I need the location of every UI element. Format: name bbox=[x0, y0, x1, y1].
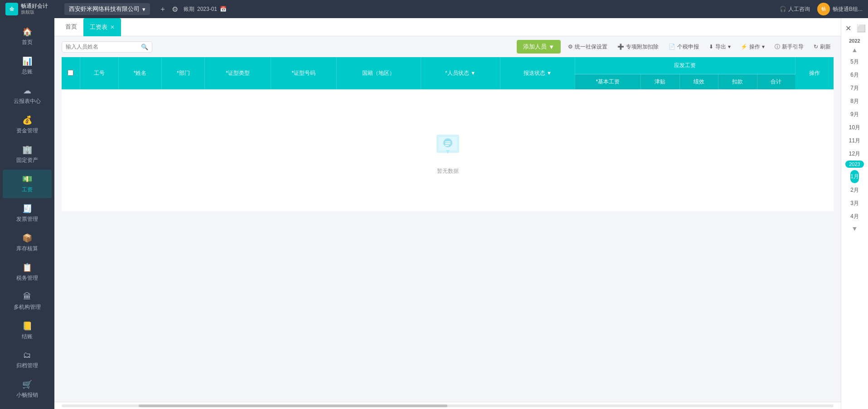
period-label-text: 账期 bbox=[184, 5, 194, 13]
sidebar-item-inventory[interactable]: 📦 库存核算 bbox=[3, 229, 52, 257]
header-actions: ＋ ⚙ 账期 2023-01 📅 bbox=[159, 5, 780, 14]
sidebar-item-assets[interactable]: 🏢 固定资产 bbox=[3, 140, 52, 169]
add-button[interactable]: ＋ bbox=[159, 5, 166, 14]
empty-state: 暂无数据 bbox=[62, 89, 834, 211]
month-oct-2022[interactable]: 10月 bbox=[841, 121, 868, 134]
operations-btn[interactable]: ⚡ 操作 ▾ bbox=[738, 41, 767, 53]
multi-org-icon: 🏛 bbox=[23, 292, 31, 302]
sidebar-item-label: 库存核算 bbox=[16, 245, 38, 253]
tab-bar: 首页 工资表 ✕ bbox=[54, 18, 841, 36]
special-deduction-btn[interactable]: ➕ 专项附加扣除 bbox=[615, 41, 661, 53]
select-all-checkbox[interactable] bbox=[68, 70, 73, 76]
company-name: 西安虾米网络科技有限公司 bbox=[69, 5, 140, 13]
scroll-up-icon[interactable]: ▲ bbox=[849, 44, 860, 55]
inventory-icon: 📦 bbox=[22, 233, 32, 243]
headset-icon: 🎧 bbox=[780, 6, 786, 12]
sidebar-item-invoice[interactable]: 🧾 发票管理 bbox=[3, 199, 52, 228]
sidebar-item-home[interactable]: 🏠 首页 bbox=[3, 22, 52, 51]
month-apr-2023[interactable]: 4月 bbox=[841, 210, 868, 223]
archive-icon: 🗂 bbox=[23, 351, 31, 360]
th-checkbox[interactable] bbox=[62, 57, 80, 89]
calendar-icon[interactable]: 📅 bbox=[220, 6, 227, 12]
sidebar-item-cloud-report[interactable]: ☁ 云报表中心 bbox=[3, 81, 52, 110]
month-jan-2023[interactable]: 1月 bbox=[850, 170, 859, 183]
month-may-2022[interactable]: 5月 bbox=[841, 55, 868, 68]
logo-area: 会 畅通好会计 旗舰版 bbox=[5, 3, 60, 15]
month-mar-2023[interactable]: 3月 bbox=[841, 197, 868, 210]
th-name: *姓名 bbox=[118, 57, 161, 89]
tab-salary[interactable]: 工资表 ✕ bbox=[83, 18, 121, 36]
export-btn[interactable]: ⬇ 导出 ▾ bbox=[706, 41, 733, 53]
sidebar: 🏠 首页 📊 总账 ☁ 云报表中心 💰 资金管理 🏢 固定资产 💵 工资 🧾 发… bbox=[0, 18, 54, 409]
sidebar-item-multi-org[interactable]: 🏛 多机构管理 bbox=[3, 287, 52, 316]
sidebar-item-label: 固定资产 bbox=[16, 156, 38, 164]
settings-icon-button[interactable]: ⚙ bbox=[172, 5, 178, 14]
toolbar: 🔍 添加人员 ▼ ⚙ 统一社保设置 ➕ 专项附加扣除 📄 个税申报 bbox=[54, 36, 841, 57]
report-filter-icon[interactable]: ▼ bbox=[547, 70, 552, 76]
scroll-down-icon[interactable]: ▼ bbox=[849, 223, 860, 234]
search-input[interactable] bbox=[66, 44, 141, 50]
year-2023-badge[interactable]: 2023 bbox=[845, 161, 863, 168]
scroll-thumb[interactable] bbox=[139, 404, 447, 407]
add-person-button[interactable]: 添加人员 ▼ bbox=[517, 40, 561, 54]
salary-icon: 💵 bbox=[22, 174, 32, 184]
invoice-icon: 🧾 bbox=[22, 204, 32, 214]
sidebar-item-label: 多机构管理 bbox=[14, 303, 41, 311]
assets-icon: 🏢 bbox=[22, 145, 32, 155]
scroll-bar bbox=[54, 402, 841, 409]
guide-circle-icon: ⓘ bbox=[775, 43, 780, 51]
status-filter-icon[interactable]: ▼ bbox=[470, 70, 475, 76]
sidebar-item-label: 工资 bbox=[22, 186, 33, 194]
right-date-panel: ✕ ⬜ 2022 ▲ 5月 6月 7月 8月 9月 10月 11月 12月 20… bbox=[841, 18, 868, 409]
social-security-btn[interactable]: ⚙ 统一社保设置 bbox=[565, 41, 610, 53]
th-id: 工号 bbox=[80, 57, 118, 89]
sidebar-item-ledger[interactable]: 📊 总账 bbox=[3, 52, 52, 80]
guide-btn[interactable]: ⓘ 新手引导 bbox=[772, 41, 806, 53]
search-icon: 🔍 bbox=[141, 44, 148, 50]
month-nov-2022[interactable]: 11月 bbox=[841, 134, 868, 147]
month-feb-2023[interactable]: 2月 bbox=[841, 184, 868, 197]
close-window-btn[interactable]: ✕ bbox=[844, 24, 853, 33]
sidebar-item-tax[interactable]: 📋 税务管理 bbox=[3, 258, 52, 287]
sidebar-item-label: 总账 bbox=[22, 68, 33, 76]
window-controls: ✕ ⬜ bbox=[841, 22, 868, 36]
th-status[interactable]: *人员状态 ▼ bbox=[421, 57, 500, 89]
sidebar-item-settings[interactable]: ⚙ 基础设置 bbox=[3, 404, 52, 409]
month-aug-2022[interactable]: 8月 bbox=[841, 95, 868, 108]
salary-table: 工号 *姓名 *部门 *证型类型 *证型号码 国籍（地区） *人员状态 ▼ 报送… bbox=[62, 57, 834, 211]
month-jun-2022[interactable]: 6月 bbox=[841, 68, 868, 82]
tab-home[interactable]: 首页 bbox=[59, 18, 83, 36]
table-wrap: 工号 *姓名 *部门 *证型类型 *证型号码 国籍（地区） *人员状态 ▼ 报送… bbox=[54, 57, 841, 402]
th-report[interactable]: 报送状态 ▼ bbox=[500, 57, 575, 89]
sidebar-item-close-accounts[interactable]: 📒 结账 bbox=[3, 316, 52, 345]
sidebar-item-funds[interactable]: 💰 资金管理 bbox=[3, 111, 52, 139]
maximize-window-btn[interactable]: ⬜ bbox=[857, 24, 866, 33]
month-dec-2022[interactable]: 12月 bbox=[841, 147, 868, 161]
header-right: 🎧 人工咨询 畅 畅捷通B组... bbox=[780, 3, 863, 15]
company-selector[interactable]: 西安虾米网络科技有限公司 ▾ bbox=[64, 3, 150, 15]
tab-close-icon[interactable]: ✕ bbox=[110, 24, 115, 30]
th-performance: 绩效 bbox=[679, 74, 718, 90]
th-subsidy: 津贴 bbox=[641, 74, 679, 90]
chevron-down-icon: ▾ bbox=[142, 6, 145, 13]
sidebar-item-expense[interactable]: 🛒 小畅报销 bbox=[3, 375, 52, 404]
sidebar-item-label: 结账 bbox=[22, 333, 33, 341]
year-2022-label: 2022 bbox=[849, 38, 860, 44]
human-service-btn[interactable]: 🎧 人工咨询 bbox=[780, 5, 810, 13]
tax-report-btn[interactable]: 📄 个税申报 bbox=[666, 41, 702, 53]
expense-icon: 🛒 bbox=[22, 380, 32, 390]
th-basic: *基本工资 bbox=[575, 74, 640, 90]
app-name: 畅通好会计 bbox=[21, 3, 48, 9]
svg-rect-4 bbox=[445, 143, 451, 144]
refresh-btn[interactable]: ↻ 刷新 bbox=[811, 41, 834, 53]
th-deduction: 扣款 bbox=[718, 74, 757, 90]
sidebar-item-archive[interactable]: 🗂 归档管理 bbox=[3, 346, 52, 374]
th-cert-no: *证型号码 bbox=[271, 57, 336, 89]
sidebar-item-salary[interactable]: 💵 工资 bbox=[3, 170, 52, 198]
user-avatar-area[interactable]: 畅 畅捷通B组... bbox=[817, 3, 863, 15]
sidebar-item-label: 资金管理 bbox=[16, 127, 38, 135]
month-jul-2022[interactable]: 7月 bbox=[841, 82, 868, 95]
empty-illustration bbox=[430, 126, 466, 162]
avatar: 畅 bbox=[817, 3, 830, 15]
month-sep-2022[interactable]: 9月 bbox=[841, 108, 868, 121]
